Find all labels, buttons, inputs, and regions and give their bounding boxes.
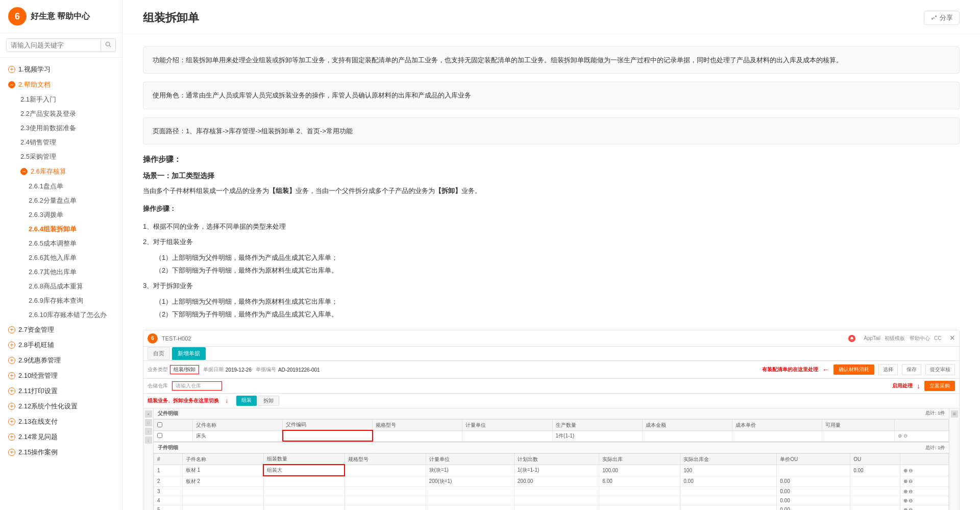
erp-close-icon[interactable]: ×	[949, 333, 955, 344]
bell-icon	[850, 336, 854, 341]
sub-step-3-1: （1）上部明细为父件明细，最终作为原材料生成其它出库单；	[143, 296, 960, 308]
intro-block-1: 功能介绍：组装拆卸单用来处理企业组装或拆卸等加工业务，支持有固定装配清单的产品加…	[143, 46, 960, 74]
erp-right-icon-1: ⊞	[951, 410, 958, 418]
nav-item-s6-9[interactable]: 2.6.9库存账本查询	[24, 294, 122, 308]
annotation-enable: 启用处理	[892, 382, 913, 390]
nav-group-docs[interactable]: − 2.帮助文档	[0, 77, 122, 92]
ops-steps-label: 操作步骤：	[143, 203, 960, 215]
nav-item-s6-8[interactable]: 2.6.8商品成本重算	[24, 279, 122, 294]
erp-btn-confirm[interactable]: 确认材料消耗	[834, 365, 874, 375]
page-title: 组装拆卸单	[143, 10, 199, 26]
nav-item-s2[interactable]: 2.2产品安装及登录	[16, 107, 122, 121]
bth-actual: 实际出库	[599, 454, 680, 465]
erp-type-assemble[interactable]: 组装	[236, 396, 257, 406]
erp-top-section-label: 父件明细 总计: 1件	[154, 408, 949, 419]
nav-item-s3[interactable]: 2.3使用前数据准备	[16, 121, 122, 135]
plus-icon4: +	[8, 342, 15, 349]
select-all-checkbox[interactable]	[157, 422, 162, 427]
plus-icon6: +	[8, 372, 15, 379]
sub-step-2-2: （2）下部明细为子件明细，最终作为原材料生成其它出库单。	[143, 264, 960, 277]
nav-item-s6-5[interactable]: 2.6.5成本调整单	[24, 236, 122, 251]
erp-tab-home[interactable]: 自页	[148, 347, 170, 360]
arrow-icon2: ↓	[917, 382, 920, 390]
nav-item-s5[interactable]: 2.5采购管理	[16, 150, 122, 164]
erp-btn-save2[interactable]: 立案采购	[924, 381, 955, 391]
erp-icon-2: □	[145, 419, 152, 426]
nav-group-g11[interactable]: + 2.15操作案例	[0, 445, 122, 460]
search-button[interactable]	[101, 38, 116, 52]
bth-amount: 实际出库金	[680, 454, 777, 465]
intro-block-2: 使用角色：通常由生产人员或库管人员完成拆装业务的操作，库管人员确认原材料的出库和…	[143, 82, 960, 109]
nav-group-g6[interactable]: + 2.10经营管理	[0, 368, 122, 383]
erp-bottom-row-5: 5 0.00⊕ ⊖	[154, 505, 949, 510]
plus-icon: +	[8, 66, 15, 73]
th-available: 可用量	[822, 420, 895, 431]
step-1: 1、根据不同的业务，选择不同单据的类型来处理	[143, 221, 960, 233]
bth-action	[900, 454, 948, 465]
erp-btn-submit[interactable]: 提交审核	[925, 364, 955, 375]
erp-btn-save[interactable]: 保存	[902, 364, 921, 375]
erp-simulation: 6 TEST-H002 AppTail 初级模板 帮助中心 CC × 自页 新增…	[143, 330, 959, 510]
minus-icon: −	[8, 81, 15, 88]
erp-toolbar: 业务类型 组装/拆卸 单据日期 2019-12-26 单据编号 AD-20191…	[143, 361, 959, 379]
erp-warehouse-field[interactable]: 请输入仓库	[172, 381, 222, 391]
erp-tabs: 自页 新增单据	[143, 347, 959, 361]
th-qty: 生产数量	[552, 420, 642, 431]
nav-sub-docs: 2.1新手入门 2.2产品安装及登录 2.3使用前数据准备 2.4销售管理 2.…	[0, 92, 122, 322]
share-button[interactable]: 分享	[924, 11, 960, 25]
logo-area: 6 好生意 帮助中心	[0, 0, 122, 33]
erp-type-selector[interactable]: 组装/拆卸	[170, 365, 199, 374]
svg-point-0	[106, 42, 110, 46]
nav-item-s4[interactable]: 2.4销售管理	[16, 135, 122, 150]
erp-logo: 6	[148, 333, 158, 344]
nav-sub-inventory: 2.6.1盘点单 2.6.2分量盘点单 2.6.3调拨单 2.6.4组装拆卸单 …	[16, 179, 122, 322]
page-header: 组装拆卸单 分享	[122, 0, 980, 34]
row-checkbox-1[interactable]	[157, 433, 162, 438]
bth-no: #	[154, 454, 183, 465]
content-body: 功能介绍：组装拆卸单用来处理企业组装或拆卸等加工业务，支持有固定装配清单的产品加…	[122, 34, 980, 510]
nav-group-g5[interactable]: + 2.9优惠券管理	[0, 353, 122, 368]
nav-item-s6[interactable]: − 2.6库存核算	[16, 164, 122, 179]
nav-group-g4[interactable]: + 2.8手机旺辅	[0, 337, 122, 353]
search-input[interactable]	[6, 38, 101, 52]
plus-icon11: +	[8, 449, 15, 456]
nav-item-s6-2[interactable]: 2.6.2分量盘点单	[24, 193, 122, 208]
nav-group-g10[interactable]: + 2.14常见问题	[0, 429, 122, 445]
plus-icon5: +	[8, 357, 15, 364]
erp-field-orderno: 单据编号 AD-20191226-001	[256, 366, 320, 373]
step-2: 2、对于组装业务	[143, 236, 960, 249]
erp-main-area: ≡ □ ↑ ↓ 父件明细 总计: 1件	[143, 408, 959, 510]
erp-bottom-row-2: 2 板材 2 200(块=1) 200.00 6.00 0.00 0.00	[154, 476, 949, 487]
erp-field-date: 单据日期 2019-12-26	[203, 366, 252, 373]
erp-type-disassemble[interactable]: 拆卸	[258, 396, 279, 406]
plus-icon10: +	[8, 433, 15, 441]
nav-item-s6-3[interactable]: 2.6.3调拨单	[24, 208, 122, 222]
app-title: 好生意 帮助中心	[31, 11, 90, 22]
bth-name: 子件名称	[182, 454, 263, 465]
nav-item-s6-1[interactable]: 2.6.1盘点单	[24, 179, 122, 193]
nav-item-s1[interactable]: 2.1新手入门	[16, 92, 122, 107]
nav-group-g9[interactable]: + 2.13在线支付	[0, 414, 122, 429]
bth-assemble-qty: 组装数量	[263, 454, 345, 465]
sub-step-3-2: （2）下部明细为子件明细，最终作为产成品生成其它入库单。	[143, 308, 960, 321]
erp-icon-3: ↑	[145, 428, 152, 435]
nav-item-s6-10[interactable]: 2.6.10库存账本错了怎么办	[24, 308, 122, 322]
nav-group-g3[interactable]: + 2.7资金管理	[0, 322, 122, 337]
erp-topbar-items: AppTail 初级模板 帮助中心 CC	[864, 335, 941, 342]
nav-group-g7[interactable]: + 2.11打印设置	[0, 383, 122, 399]
sidebar: 6 好生意 帮助中心 + 1.视频学习 − 2.帮助文档 2.1新手入门	[0, 0, 122, 510]
ops-title: 操作步骤：	[143, 155, 960, 164]
th-action	[895, 420, 949, 431]
nav-item-s6-7[interactable]: 2.6.7其他出库单	[24, 265, 122, 279]
erp-top-table: 父件名称 父件编码 规格型号 计量单位 生产数量 成本金额 成本单价 可用量	[154, 419, 949, 442]
erp-toolbar-row2: 仓储仓库 请输入仓库 启用处理 ↓ 立案采购	[143, 379, 959, 394]
nav-item-s6-6[interactable]: 2.6.6其他入库单	[24, 251, 122, 265]
erp-tab-new[interactable]: 新增单据	[172, 347, 206, 360]
nav-group-g8[interactable]: + 2.12系统个性化设置	[0, 399, 122, 414]
erp-table-area: 父件明细 总计: 1件 父件名称 父件编码 规格型号	[154, 408, 949, 510]
nav-group-video[interactable]: + 1.视频学习	[0, 62, 122, 77]
erp-btn-select[interactable]: 选择	[878, 364, 898, 375]
th-checkbox	[154, 420, 193, 431]
nav-item-s6-4[interactable]: 2.6.4组装拆卸单	[24, 222, 122, 236]
erp-bottom-row-1: 1 板材 1 组装大 块(块=1) 1(块=1-1) 100.00 100	[154, 465, 949, 476]
